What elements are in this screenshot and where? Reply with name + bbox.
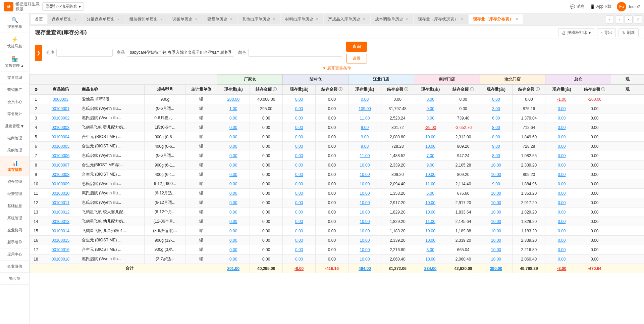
color-input[interactable] — [248, 49, 342, 57]
tab-close-all-btn[interactable]: × — [625, 15, 633, 24]
cell-unit: 罐 — [185, 189, 217, 198]
table-row: 13 00100012 飞鹤星飞帆 较大婴儿配... (6-12个月... 罐 … — [30, 207, 644, 217]
sidebar-item-retail-stat[interactable]: 零售统计 — [0, 108, 29, 120]
tab-close-inventory-count[interactable]: × — [73, 17, 78, 22]
print-btn[interactable]: 🖨 按模板打印 ▾ — [558, 28, 594, 37]
cell-seq: 15 — [30, 226, 42, 236]
cell-yb-qty: 10.00 — [480, 236, 513, 245]
col-na-qty-header: 现存量(主) — [414, 85, 447, 95]
message-action[interactable]: 💬 消息 — [570, 4, 585, 9]
tab-transfer[interactable]: 调拨单历史 × — [168, 14, 203, 24]
col-fac-amt-header: 结存金额 ⓘ — [250, 85, 283, 95]
cell-cur — [611, 123, 644, 132]
cell-unit: 罐 — [185, 217, 217, 226]
cell-fac-qty: 200.00 — [217, 95, 250, 104]
product-input[interactable] — [127, 49, 234, 57]
refresh-btn[interactable]: ↻ 刷新 — [619, 28, 639, 37]
table-row: 4 00100003 飞鹤星飞帆 婴儿配方奶... 1段(0-6个... 罐 0… — [30, 123, 644, 132]
sidebar-item-nav[interactable]: ⚡ 快捷导航 — [0, 33, 29, 52]
tab-close-material[interactable]: × — [315, 17, 319, 22]
tab-stock-status[interactable]: 现存量（库存状况表） × — [414, 14, 468, 24]
sidebar-item-system[interactable]: 系统管理 — [0, 212, 29, 224]
cell-yb-amt: 2,216.80 — [513, 245, 545, 254]
cell-seq: 14 — [30, 217, 42, 226]
cell-luc-amt: 0.00 — [315, 170, 348, 179]
cell-jb-amt: 2,094.40 — [381, 179, 414, 189]
tab-assembly[interactable]: 组装拆卸单历史 × — [125, 14, 168, 24]
cell-fac-amt: 0.00 — [250, 254, 283, 264]
app-download-action[interactable]: 📱 App下载 — [590, 4, 611, 9]
tab-close-status[interactable]: × — [460, 17, 464, 22]
tab-close-cost[interactable]: × — [405, 17, 409, 22]
side-expand-btn[interactable]: ❯ — [35, 45, 42, 61]
tab-inventory-count[interactable]: 盘点单历史 × — [48, 14, 82, 24]
sidebar-item-basic[interactable]: 基础信息 — [0, 200, 29, 212]
tab-close-assembly[interactable]: × — [159, 17, 164, 22]
sidebar-item-search[interactable]: 🔍 搜索英单 — [0, 13, 29, 33]
sidebar-item-marketing[interactable]: 营销推广 — [0, 84, 29, 96]
cell-fac-amt: 0.00 — [250, 132, 283, 142]
cell-jb-amt: 2,216.80 — [381, 245, 414, 254]
filter-color: 颜色 — [238, 49, 342, 57]
tab-other-out[interactable]: 其他出库单历史 × — [238, 14, 280, 24]
sidebar-item-retail[interactable]: 🏪 零售管理 ▲ — [0, 52, 29, 72]
expand-more-btn[interactable]: ▼ 展开更多条件 — [35, 65, 639, 71]
cell-cur — [611, 95, 644, 104]
tab-product-in[interactable]: 产成品入库单历史 × — [324, 14, 370, 24]
refresh-icon: ↻ — [622, 31, 626, 35]
sidebar-item-enterprise[interactable]: 企业协同 — [0, 224, 29, 236]
sidebar-item-guide[interactable]: 新手引导 — [0, 236, 29, 248]
sidebar-item-appcenter[interactable]: 应用中心 — [0, 248, 29, 261]
table-row: 16 00100015 合生元 (BIOSTIME) ... 900g (12-… — [30, 236, 644, 245]
sidebar-item-purchase[interactable]: 采购管理 — [0, 144, 29, 156]
sidebar-item-wholesale[interactable]: 批发管理 ▼ — [0, 120, 29, 132]
tab-close-product[interactable]: × — [362, 17, 366, 22]
nav-icon: ⚡ — [11, 36, 18, 43]
cell-na-amt: 1,189.88 — [447, 226, 480, 236]
cell-yb-qty: 10.00 — [480, 207, 513, 217]
message-icon: 💬 — [570, 4, 575, 9]
warehouse-input[interactable] — [56, 49, 113, 57]
tab-prev-btn[interactable]: ‹ — [606, 15, 614, 24]
cell-total-amt: 0.00 — [578, 113, 611, 123]
cell-fac-amt: 0.00 — [250, 236, 283, 245]
tab-next-btn[interactable]: › — [615, 15, 623, 24]
tab-close-other[interactable]: × — [272, 17, 276, 22]
sidebar-item-finance[interactable]: 资金管理 — [0, 176, 29, 188]
sidebar-item-corpwechat[interactable]: 企业微信 — [0, 261, 29, 273]
tab-close-purchase[interactable]: × — [229, 17, 233, 22]
col-group-total: 总仓 — [545, 75, 611, 85]
query-btn[interactable]: 查询 — [346, 42, 367, 52]
table-container[interactable]: 厂家仓 陆村仓 江北门店 南岸门店 渝北门店 总仓 现 ⚙ 商品编码 商品名称 … — [30, 74, 644, 324]
cell-jb-qty: 9.00 — [348, 142, 381, 151]
settings-btn[interactable]: 设置 — [346, 54, 367, 63]
tab-close-dist[interactable]: × — [515, 17, 519, 22]
tab-close-sub[interactable]: × — [116, 17, 121, 22]
sidebar-item-vip[interactable]: 畅会员 — [0, 273, 29, 285]
cell-unit: 罐 — [185, 132, 217, 142]
col-na-amt-header: 结存金额 ⓘ — [447, 85, 480, 95]
sidebar-item-operations[interactable]: 经营管理 — [0, 188, 29, 200]
cell-na-qty: 10.00 — [414, 254, 447, 264]
tab-stock-dist[interactable]: 现存量（库存分布表） × — [469, 14, 523, 24]
tab-expand-btn[interactable]: ⤢ — [634, 15, 642, 24]
cell-seq: 9 — [30, 170, 42, 179]
sidebar-item-member[interactable]: 会员中心 — [0, 96, 29, 108]
tab-home[interactable]: 首页 — [31, 14, 47, 24]
tab-sub-inventory-count[interactable]: 分量盘点单历史 × — [83, 14, 125, 24]
table-row: 5 00100004 合生元 (BIOSTIME) ... 900g (0-6.… — [30, 132, 644, 142]
sidebar-item-inventory[interactable]: 📊 库存核算 — [0, 156, 29, 176]
sidebar-item-retail-store[interactable]: 零售商城 — [0, 72, 29, 84]
cell-total-amt: 0.00 — [578, 179, 611, 189]
tab-material-out[interactable]: 材料出库单历史 × — [281, 14, 323, 24]
sidebar-item-ecommerce[interactable]: 电商管理 — [0, 132, 29, 144]
tab-purchase-return[interactable]: 要货单历史 × — [203, 14, 237, 24]
tab-cost-adjust[interactable]: 成本调整单历史 × — [371, 14, 413, 24]
export-btn[interactable]: ↑ 导出 — [597, 28, 616, 37]
cell-yb-amt: 2,339.20 — [513, 236, 545, 245]
store-selector[interactable]: 母婴行业演示陈套 ▾ — [42, 2, 84, 11]
cell-total-qty: 0.00 — [545, 179, 578, 189]
cell-fac-amt: 0.00 — [250, 217, 283, 226]
tab-close-transfer[interactable]: × — [194, 17, 199, 22]
user-action[interactable]: Ea demo2 — [617, 2, 640, 11]
